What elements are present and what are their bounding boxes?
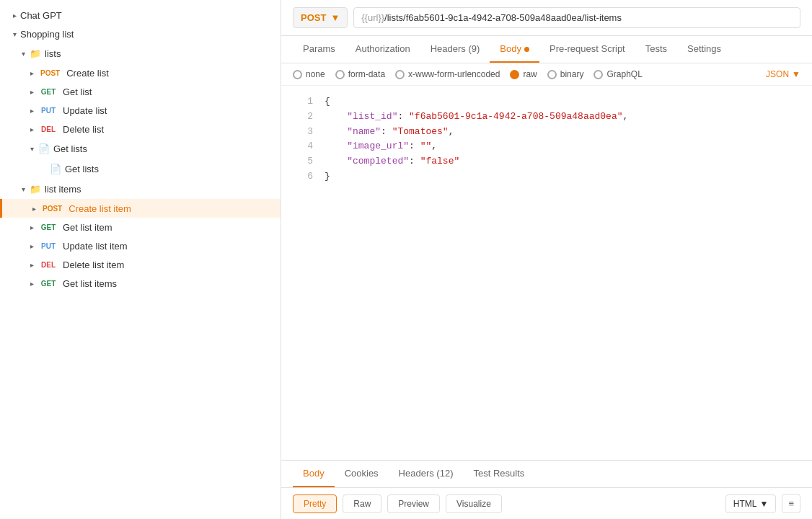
radio-graphql (593, 70, 603, 79)
tab-pre-request[interactable]: Pre-request Script (539, 36, 635, 63)
code-line-2: 2 "list_id": "f6ab5601-9c1a-4942-a708-50… (293, 110, 800, 125)
sidebar-item-get-list-item[interactable]: ▸ GET Get list item (0, 218, 281, 236)
code-line-3: 3 "name": "Tomatoes", (293, 125, 800, 140)
format-dropdown-icon: ▼ (792, 69, 800, 79)
chevron-right-icon: ▸ (26, 240, 37, 252)
sidebar-item-update-list-item[interactable]: ▸ PUT Update list item (0, 236, 281, 255)
line-num-1: 1 (293, 94, 313, 110)
chevron-right-icon: ▸ (28, 203, 40, 214)
request-tabs: Params Authorization Headers (9) Body Pr… (281, 36, 812, 63)
format-urlencoded[interactable]: x-www-form-urlencoded (395, 69, 500, 79)
tab-settings[interactable]: Settings (677, 36, 731, 63)
chevron-right-icon: ▸ (26, 67, 37, 79)
tab-authorization[interactable]: Authorization (345, 36, 420, 63)
method-badge-post: POST (40, 204, 65, 213)
resp-pretty-button[interactable]: Pretty (293, 494, 337, 513)
format-binary[interactable]: binary (547, 69, 584, 79)
sidebar-item-update-list[interactable]: ▸ PUT Update list (0, 101, 281, 120)
resp-format-select[interactable]: HTML ▼ (725, 494, 777, 513)
code-editor[interactable]: 1 { 2 "list_id": "f6ab5601-9c1a-4942-a70… (281, 86, 812, 460)
resp-format-dropdown-icon: ▼ (760, 499, 769, 509)
method-badge-get: GET (37, 279, 59, 288)
method-dropdown-icon: ▼ (330, 12, 340, 23)
sidebar-item-shopping-list[interactable]: ▾ Shopping list (0, 25, 281, 43)
chevron-down-icon: ▾ (17, 183, 29, 195)
method-badge-del: DEL (37, 125, 59, 134)
sidebar-item-get-list[interactable]: ▸ GET Get list (0, 82, 281, 101)
json-format-select[interactable]: JSON ▼ (766, 69, 800, 79)
response-tab-cookies[interactable]: Cookies (335, 461, 389, 487)
chevron-right-icon: ▸ (9, 9, 20, 21)
filter-button[interactable]: ≡ (782, 494, 800, 513)
chevron-down-icon: ▾ (26, 143, 37, 154)
resp-raw-button[interactable]: Raw (343, 494, 381, 513)
code-line-5: 5 "completed": "false" (293, 154, 800, 169)
sidebar-item-get-lists-doc[interactable]: 📄 Get lists (0, 159, 281, 179)
sidebar-item-get-lists-folder[interactable]: ▾ 📄 Get lists (0, 138, 281, 159)
radio-raw (510, 70, 519, 79)
sidebar-item-chat-gpt[interactable]: ▸ Chat GPT (0, 6, 281, 25)
method-label: POST (301, 12, 326, 23)
chevron-right-icon: ▸ (26, 278, 37, 289)
sidebar-item-lists-folder[interactable]: ▾ 📁 lists (0, 43, 281, 63)
response-format-row: Pretty Raw Preview Visualize HTML ▼ ≡ (281, 488, 812, 519)
line-num-5: 5 (293, 154, 313, 169)
line-num-4: 4 (293, 139, 313, 154)
response-tabs: Body Cookies Headers (12) Test Results (281, 461, 812, 488)
chevron-right-icon: ▸ (26, 86, 37, 97)
sidebar-item-get-list-items[interactable]: ▸ GET Get list items (0, 274, 281, 293)
resp-preview-button[interactable]: Preview (387, 494, 440, 513)
chevron-down-icon: ▾ (9, 28, 20, 40)
method-badge-put: PUT (37, 106, 59, 115)
response-tab-headers[interactable]: Headers (12) (389, 461, 464, 487)
folder-icon: 📁 (29, 47, 42, 60)
format-form-data[interactable]: form-data (335, 69, 385, 79)
main-panel: POST ▼ {{url}}/lists/f6ab5601-9c1a-4942-… (281, 0, 812, 519)
resp-visualize-button[interactable]: Visualize (446, 494, 502, 513)
chevron-right-icon: ▸ (26, 123, 37, 135)
method-badge-put: PUT (37, 241, 59, 251)
sidebar-item-delete-list-item[interactable]: ▸ DEL Delete list item (0, 255, 281, 274)
format-none[interactable]: none (293, 69, 325, 79)
tab-params[interactable]: Params (293, 36, 345, 63)
line-num-2: 2 (293, 110, 313, 125)
url-input[interactable]: {{url}}/lists/f6ab5601-9c1a-4942-a708-50… (353, 7, 800, 28)
doc-icon: 📄 (37, 142, 50, 155)
format-raw[interactable]: raw (510, 69, 537, 79)
line-num-6: 6 (293, 169, 313, 185)
format-binary-label: binary (560, 69, 584, 79)
code-line-1: 1 { (293, 94, 800, 110)
tab-body[interactable]: Body (490, 36, 539, 63)
chevron-right-icon: ▸ (26, 221, 37, 233)
body-dot (524, 47, 529, 52)
url-template-part: {{url}} (361, 12, 384, 23)
format-graphql-label: GraphQL (606, 69, 642, 79)
sidebar-item-create-list[interactable]: ▸ POST Create list (0, 63, 281, 82)
format-urlencoded-label: x-www-form-urlencoded (408, 69, 500, 79)
tab-tests[interactable]: Tests (635, 36, 677, 63)
code-content-3: "name": "Tomatoes", (325, 125, 454, 140)
response-tab-body[interactable]: Body (293, 461, 335, 487)
radio-form-data (335, 70, 345, 79)
response-tab-test-results[interactable]: Test Results (463, 461, 534, 487)
url-path-part: /lists/f6ab5601-9c1a-4942-a708-509a48aad… (384, 12, 622, 23)
sidebar-item-list-items-folder[interactable]: ▾ 📁 list items (0, 179, 281, 199)
sidebar-item-delete-list[interactable]: ▸ DEL Delete list (0, 120, 281, 138)
code-content-2: "list_id": "f6ab5601-9c1a-4942-a708-509a… (325, 110, 628, 125)
format-graphql[interactable]: GraphQL (593, 69, 642, 79)
folder-icon: 📁 (29, 182, 42, 195)
json-format-label: JSON (766, 69, 789, 79)
resp-format-label: HTML (733, 499, 757, 509)
sidebar: ▸ Chat GPT ▾ Shopping list ▾ 📁 lists ▸ P… (0, 0, 281, 519)
tab-headers[interactable]: Headers (9) (420, 36, 490, 63)
chevron-down-icon: ▾ (17, 48, 29, 59)
method-badge-get: GET (37, 223, 59, 232)
sidebar-item-create-list-item[interactable]: ▸ POST Create list item (0, 199, 281, 218)
chevron-right-icon: ▸ (26, 105, 37, 116)
chevron-right-icon: ▸ (26, 259, 37, 270)
method-select[interactable]: POST ▼ (293, 7, 348, 28)
code-line-6: 6 } (293, 169, 800, 185)
radio-binary (547, 70, 557, 79)
code-line-4: 4 "image_url": "", (293, 139, 800, 154)
radio-none (293, 70, 302, 79)
